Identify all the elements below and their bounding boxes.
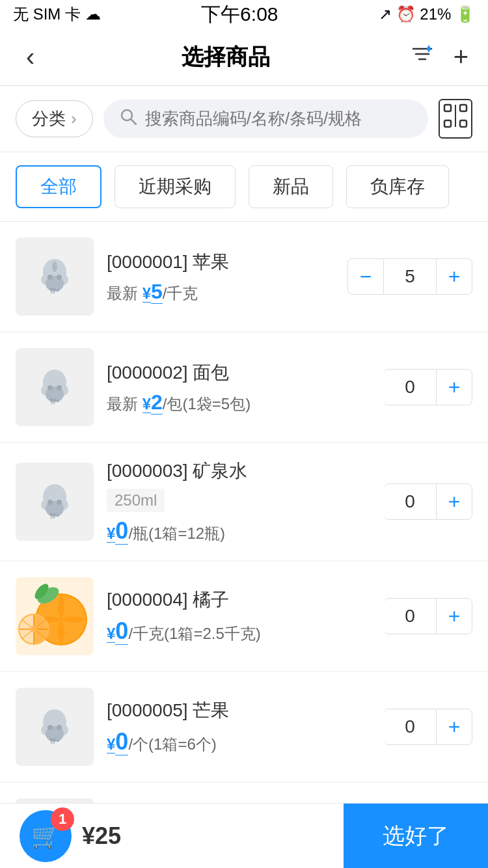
tab-new[interactable]: 新品 [249, 165, 333, 208]
status-right: ↗ ⏰ 21% 🔋 [379, 5, 475, 23]
product-image-1: 智+ [16, 348, 94, 426]
qty-minus-0[interactable]: − [347, 258, 384, 295]
bottom-bar: 🛒 1 ¥25 选好了 [0, 803, 488, 868]
nav-actions: + [411, 42, 468, 72]
qty-input-2[interactable] [384, 483, 436, 520]
svg-point-18 [52, 262, 57, 272]
qty-plus-2[interactable]: + [436, 483, 472, 520]
status-bar: 无 SIM 卡 ☁ 下午6:08 ↗ ⏰ 21% 🔋 [0, 0, 488, 29]
qty-plus-4[interactable]: + [436, 709, 472, 745]
status-left: 无 SIM 卡 ☁ [13, 4, 101, 25]
back-button[interactable]: ‹ [20, 36, 41, 78]
qty-input-4[interactable] [384, 709, 436, 745]
svg-point-4 [427, 47, 431, 51]
scan-icon[interactable] [439, 99, 472, 139]
confirm-button[interactable]: 选好了 [344, 804, 488, 869]
product-price-4: ¥0/个(1箱=6个) [107, 728, 371, 755]
qty-control-1: + [384, 369, 472, 405]
product-info-1: [0000002] 面包 最新 ¥2/包(1袋=5包) [107, 360, 371, 414]
tab-negative-stock[interactable]: 负库存 [346, 165, 449, 208]
product-info-4: [0000005] 芒果 ¥0/个(1箱=6个) [107, 698, 371, 755]
product-name-4: [0000005] 芒果 [107, 698, 371, 723]
tab-all[interactable]: 全部 [16, 165, 102, 208]
category-label: 分类 [32, 107, 66, 130]
svg-point-50 [47, 725, 53, 730]
svg-line-6 [131, 120, 136, 125]
svg-point-32 [57, 500, 62, 505]
svg-point-31 [47, 500, 53, 505]
chevron-right-icon: › [71, 109, 77, 129]
nav-bar: ‹ 选择商品 + [0, 29, 488, 86]
qty-control-3: + [384, 598, 472, 634]
table-row: 智+ [0000005] 芒果 ¥0/个(1箱=6个) + [0, 672, 488, 781]
qty-input-0[interactable] [384, 258, 436, 295]
table-row: 智+ [0000003] 矿泉水 250ml ¥0/瓶(1箱=12瓶) + [0, 443, 488, 560]
table-row: 智+ [0000002] 面包 最新 ¥2/包(1袋=5包) + [0, 332, 488, 442]
product-image-2: 智+ [16, 463, 94, 541]
product-image-4: 智+ [16, 688, 94, 766]
battery-icon: ↗ ⏰ 21% 🔋 [379, 5, 475, 23]
product-name-1: [0000002] 面包 [107, 360, 371, 385]
product-name-2: [0000003] 矿泉水 [107, 459, 371, 483]
svg-text:智+: 智+ [49, 512, 60, 519]
page-title: 选择商品 [182, 42, 270, 72]
qty-control-4: + [384, 709, 472, 745]
table-row: 智+ [0000001] 苹果 最新 ¥5/千克 − + [0, 222, 488, 331]
qty-input-3[interactable] [384, 598, 436, 634]
cart-badge: 1 [51, 807, 74, 831]
filter-tabs: 全部 近期采购 新品 负库存 [0, 152, 488, 222]
product-name-0: [0000001] 苹果 [107, 250, 334, 275]
qty-control-0: − + [347, 258, 472, 295]
tab-recent[interactable]: 近期采购 [115, 165, 236, 208]
svg-rect-9 [444, 120, 451, 127]
qty-plus-3[interactable]: + [436, 598, 472, 634]
svg-point-5 [122, 110, 132, 120]
svg-text:智+: 智+ [49, 287, 60, 294]
cart-section: 🛒 1 ¥25 [0, 810, 344, 862]
category-button[interactable]: 分类 › [16, 100, 93, 137]
product-price-1: 最新 ¥2/包(1袋=5包) [107, 390, 371, 414]
search-icon [119, 107, 137, 130]
product-image-0: 智+ [16, 237, 94, 316]
product-price-2: ¥0/瓶(1箱=12瓶) [107, 517, 371, 545]
svg-point-17 [57, 275, 62, 280]
qty-control-2: + [384, 483, 472, 520]
svg-point-25 [57, 385, 62, 390]
svg-point-16 [47, 275, 53, 280]
product-spec-2: 250ml [107, 489, 165, 512]
svg-rect-7 [444, 105, 451, 111]
svg-text:智+: 智+ [49, 398, 60, 405]
table-row: [0000004] 橘子 ¥0/千克(1箱=2.5千克) + [0, 562, 488, 671]
qty-plus-0[interactable]: + [436, 258, 472, 295]
product-info-2: [0000003] 矿泉水 250ml ¥0/瓶(1箱=12瓶) [107, 459, 371, 545]
filter-button[interactable] [411, 42, 434, 72]
product-image-3 [16, 577, 94, 655]
search-box [103, 100, 428, 138]
status-time: 下午6:08 [201, 1, 278, 28]
search-row: 分类 › [0, 86, 488, 152]
svg-text:智+: 智+ [49, 737, 60, 744]
add-button[interactable]: + [454, 42, 468, 72]
product-info-0: [0000001] 苹果 最新 ¥5/千克 [107, 250, 334, 304]
product-info-3: [0000004] 橘子 ¥0/千克(1箱=2.5千克) [107, 588, 371, 645]
product-price-3: ¥0/千克(1箱=2.5千克) [107, 617, 371, 645]
svg-rect-8 [460, 105, 467, 111]
qty-plus-1[interactable]: + [436, 369, 472, 405]
cart-total: ¥25 [82, 822, 121, 850]
search-input[interactable] [145, 109, 413, 129]
svg-point-45 [31, 626, 37, 632]
product-name-3: [0000004] 橘子 [107, 588, 371, 612]
svg-point-24 [47, 385, 53, 390]
svg-point-51 [57, 725, 62, 730]
qty-input-1[interactable] [384, 369, 436, 405]
svg-rect-10 [460, 120, 467, 127]
product-price-0: 最新 ¥5/千克 [107, 280, 334, 304]
cart-icon-button[interactable]: 🛒 1 [20, 810, 72, 862]
product-list: 智+ [0000001] 苹果 最新 ¥5/千克 − + [0, 222, 488, 868]
